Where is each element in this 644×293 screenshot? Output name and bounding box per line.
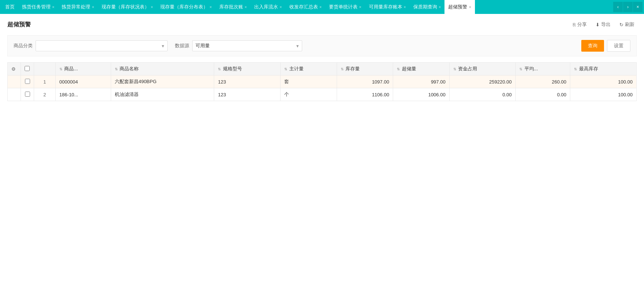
sort-icon-spec: ⇅ <box>218 67 221 71</box>
category-filter-group: 商品分类 <box>14 40 168 51</box>
td-max-stock: 100.00 <box>570 88 637 101</box>
chevron-down-icon-2 <box>296 43 299 49</box>
share-button[interactable]: ⎘ 分享 <box>571 20 589 29</box>
nav-tab-task-mgmt[interactable]: 拣货任务管理 × <box>18 0 58 14</box>
close-tab-overstock-warning[interactable]: × <box>469 5 471 9</box>
td-rownum: 1 <box>34 75 56 88</box>
filter-row: 商品分类 数据源 可用量 查询 设置 <box>7 35 637 56</box>
th-unit: ⇅ 主计量 <box>281 63 337 75</box>
close-tab-available-book[interactable]: × <box>404 5 406 9</box>
close-tab-stock-dist[interactable]: × <box>209 5 212 9</box>
td-unit: 套 <box>281 75 337 88</box>
td-checkbox <box>21 75 34 88</box>
page-title: 超储预警 <box>7 21 31 29</box>
th-product-code: ⇅ 商品... <box>55 63 111 75</box>
td-product-code: 186-10... <box>55 88 111 101</box>
close-tab-abnormal[interactable]: × <box>92 5 94 9</box>
top-nav: 首页 拣货任务管理 × 拣货异常处理 × 现存量（库存状况表） × 现存量（库存… <box>0 0 644 14</box>
query-button[interactable]: 查询 <box>581 40 604 52</box>
td-stock: 1097.00 <box>337 75 393 88</box>
nav-tab-quality-check[interactable]: 保质期查询 × <box>410 0 444 14</box>
table-row: 10000004六配套新昌490BPG123套1097.00997.002592… <box>8 75 637 88</box>
nav-tab-batch-account[interactable]: 库存批次账 × <box>216 0 250 14</box>
th-rownum <box>34 63 56 75</box>
datasource-select[interactable]: 可用量 <box>192 40 302 51</box>
nav-tab-recv-send[interactable]: 收发存汇总表 × <box>286 0 325 14</box>
sort-icon-capital: ⇅ <box>453 67 456 71</box>
datasource-value: 可用量 <box>195 42 210 49</box>
td-settings <box>8 75 21 88</box>
th-product-name: ⇅ 商品名称 <box>111 63 214 75</box>
td-overstock: 1006.00 <box>393 88 450 101</box>
td-max-stock: 100.00 <box>570 75 637 88</box>
th-spec: ⇅ 规格型号 <box>214 63 281 75</box>
datasource-filter-group: 数据源 可用量 <box>175 40 302 51</box>
th-stock: ⇅ 库存量 <box>337 63 393 75</box>
close-tab-quality-check[interactable]: × <box>439 5 441 9</box>
td-rownum: 2 <box>34 88 56 101</box>
page-header: 超储预警 ⎘ 分享 ⬇ 导出 ↻ 刷新 <box>7 20 637 29</box>
nav-next-button[interactable]: › <box>623 2 633 12</box>
refresh-button[interactable]: ↻ 刷新 <box>617 20 637 29</box>
sort-icon-overstock: ⇅ <box>397 67 400 71</box>
nav-tab-order-stat[interactable]: 要货单统计表 × <box>325 0 365 14</box>
sort-icon-unit: ⇅ <box>284 67 287 71</box>
refresh-icon: ↻ <box>619 22 623 27</box>
export-button[interactable]: ⬇ 导出 <box>593 20 613 29</box>
close-tab-batch-account[interactable]: × <box>245 5 247 9</box>
datasource-label: 数据源 <box>175 42 189 49</box>
th-overstock: ⇅ 超储量 <box>393 63 450 75</box>
share-icon: ⎘ <box>573 22 576 27</box>
table-row: 2186-10...机油滤清器123个1106.001006.000.000.0… <box>8 88 637 101</box>
nav-tab-inout-flow[interactable]: 出入库流水 × <box>250 0 285 14</box>
filter-actions: 查询 设置 <box>581 40 630 52</box>
nav-tab-available-book[interactable]: 可用量库存账本 × <box>365 0 410 14</box>
td-capital: 259220.00 <box>449 75 516 88</box>
nav-tab-home[interactable]: 首页 <box>1 0 18 14</box>
td-overstock: 997.00 <box>393 75 450 88</box>
main-content: 超储预警 ⎘ 分享 ⬇ 导出 ↻ 刷新 商品分类 数据源 <box>0 14 644 293</box>
sort-icon-stock: ⇅ <box>341 67 344 71</box>
nav-prev-button[interactable]: ‹ <box>613 2 623 12</box>
settings-button[interactable]: 设置 <box>607 40 630 52</box>
td-settings <box>8 88 21 101</box>
td-stock: 1106.00 <box>337 88 393 101</box>
td-product-name: 六配套新昌490BPG <box>111 75 214 88</box>
th-checkbox <box>21 63 34 75</box>
data-table: ⚙ ⇅ 商品... ⇅ 商品名称 ⇅ 规格型号 <box>7 62 637 101</box>
nav-tab-stock-status[interactable]: 现存量（库存状况表） × <box>98 0 157 14</box>
close-tab-stock-status[interactable]: × <box>151 5 153 9</box>
nav-arrows: ‹ › × <box>613 2 643 12</box>
td-spec: 123 <box>214 75 281 88</box>
close-tab-task-mgmt[interactable]: × <box>52 5 54 9</box>
settings-gear-icon[interactable]: ⚙ <box>11 66 16 72</box>
category-label: 商品分类 <box>14 42 33 49</box>
close-tab-order-stat[interactable]: × <box>359 5 361 9</box>
sort-icon-product-code: ⇅ <box>59 67 62 71</box>
row-checkbox-1[interactable] <box>25 92 30 97</box>
select-all-checkbox[interactable] <box>25 66 30 71</box>
td-product-code: 0000004 <box>55 75 111 88</box>
sort-icon-product-name: ⇅ <box>115 67 118 71</box>
sort-icon-max-stock: ⇅ <box>574 67 577 71</box>
th-avg: ⇅ 平均... <box>516 63 570 75</box>
th-max-stock: ⇅ 最高库存 <box>570 63 637 75</box>
nav-tab-abnormal[interactable]: 拣货异常处理 × <box>58 0 98 14</box>
td-avg: 260.00 <box>516 75 570 88</box>
table-header-row: ⚙ ⇅ 商品... ⇅ 商品名称 ⇅ 规格型号 <box>8 63 637 75</box>
td-spec: 123 <box>214 88 281 101</box>
td-capital: 0.00 <box>449 88 516 101</box>
td-checkbox <box>21 88 34 101</box>
category-select[interactable] <box>36 40 168 51</box>
th-capital: ⇅ 资金占用 <box>449 63 516 75</box>
row-checkbox-0[interactable] <box>25 79 30 84</box>
export-icon: ⬇ <box>596 22 600 27</box>
nav-tab-stock-dist[interactable]: 现存量（库存分布表） × <box>157 0 215 14</box>
close-tab-inout-flow[interactable]: × <box>279 5 282 9</box>
td-avg: 0.00 <box>516 88 570 101</box>
nav-close-button[interactable]: × <box>633 2 643 12</box>
sort-icon-avg: ⇅ <box>519 67 522 71</box>
chevron-down-icon <box>162 43 164 49</box>
close-tab-recv-send[interactable]: × <box>319 5 322 9</box>
nav-tab-overstock-warning[interactable]: 超储预警 × <box>444 0 475 14</box>
